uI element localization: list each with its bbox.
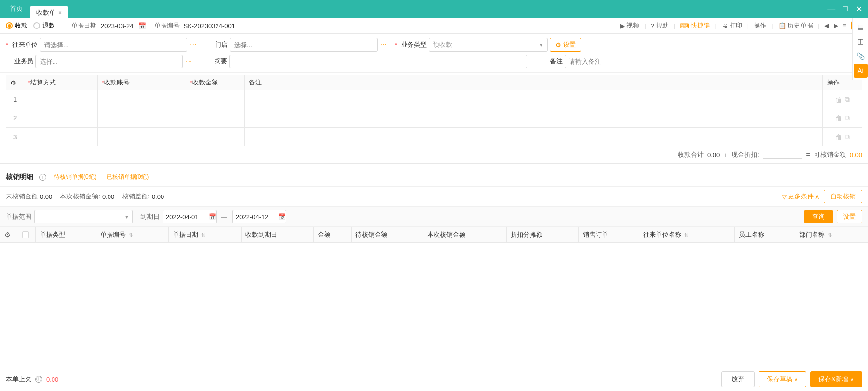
shop-input[interactable]	[230, 38, 378, 52]
summary-group: 摘要	[200, 55, 527, 68]
minimize-button[interactable]: —	[825, 4, 837, 13]
amount-input-1[interactable]	[186, 90, 244, 109]
delete-icon-2[interactable]: 🗑	[835, 114, 842, 122]
tab-active[interactable]: 收款单 ×	[30, 6, 68, 20]
copy-icon-1[interactable]: ⧉	[845, 95, 850, 104]
account-input-3[interactable]	[98, 128, 186, 146]
account-input-2[interactable]	[98, 109, 186, 127]
row-remark-3[interactable]	[245, 128, 823, 146]
bth-dept: 部门名称 ⇅	[795, 227, 868, 243]
delete-icon-3[interactable]: 🗑	[835, 133, 842, 141]
select-all-checkbox[interactable]	[22, 231, 29, 238]
summary-row: 收款合计 0.00 + 现金折扣: = 可核销金额 0.00	[0, 146, 868, 164]
th-gear[interactable]: ⚙	[6, 75, 24, 90]
video-btn[interactable]: ▶ 视频	[620, 21, 639, 30]
history-btn[interactable]: 📋 历史单据	[778, 21, 813, 30]
row-settlement-3[interactable]	[24, 128, 98, 146]
biz-type-select[interactable]: 预收款 ▼	[429, 38, 548, 52]
row-num-3: 3	[6, 128, 24, 146]
settings-button[interactable]: ⚙ 设置	[550, 38, 581, 52]
row-settlement-2[interactable]	[24, 109, 98, 128]
row-account-3[interactable]	[98, 128, 186, 146]
filter-actions: 查询 设置	[804, 210, 862, 223]
amount-input-2[interactable]	[186, 109, 244, 127]
discount-input[interactable]	[763, 151, 802, 159]
current-stat: 本次核销金额: 0.00	[60, 192, 114, 201]
nav-left-btn[interactable]: ◀	[824, 22, 829, 29]
more-filter-btn[interactable]: ▽ 更多条件 ∧	[782, 192, 820, 201]
sales-rep-input[interactable]	[35, 55, 183, 68]
query-button[interactable]: 查询	[804, 210, 833, 223]
operation-btn[interactable]: 操作	[754, 21, 766, 30]
nav-right-btn[interactable]: ▶	[834, 22, 838, 29]
date-from-icon[interactable]: 📅	[209, 213, 216, 220]
row-ops-3: 🗑 ⧉	[823, 128, 862, 146]
row-settlement-1[interactable]	[24, 90, 98, 109]
limit-info-icon[interactable]: ⓘ	[35, 376, 42, 383]
radio-receive[interactable]: 收款	[6, 21, 27, 30]
bth-date: 单据日期 ⇅	[169, 227, 242, 243]
bottom-th-gear[interactable]: ⚙	[4, 231, 11, 239]
verify-section: 核销明细 i 待核销单据(0笔) 已核销单据(0笔) 未核销金额 0.00 本次…	[0, 168, 868, 367]
window-controls: — □ ✕	[825, 4, 864, 14]
close-button[interactable]: ✕	[854, 4, 864, 14]
maximize-button[interactable]: □	[841, 4, 850, 13]
sales-rep-group: 业务员 ···	[6, 55, 192, 68]
auto-verify-btn[interactable]: 自动核销	[824, 190, 862, 203]
bth-pending: 待核销金额	[351, 227, 423, 243]
sidebar-link-icon[interactable]: Ai	[854, 64, 868, 78]
settlement-input-3[interactable]	[24, 128, 97, 146]
sidebar-layout-icon[interactable]: ◫	[854, 34, 868, 48]
sales-rep-ellipsis[interactable]: ···	[186, 57, 192, 65]
radio-refund[interactable]: 退款	[33, 21, 55, 30]
account-input-1[interactable]	[98, 90, 186, 109]
row-amount-1[interactable]	[186, 90, 245, 109]
bth-order: 销售订单	[578, 227, 639, 243]
remark-input-2[interactable]	[245, 109, 822, 127]
tab-home[interactable]: 首页	[4, 0, 28, 18]
row-remark-2[interactable]	[245, 109, 823, 128]
row-remark-1[interactable]	[245, 90, 823, 109]
row-amount-2[interactable]	[186, 109, 245, 128]
draft-chevron: ∧	[794, 377, 798, 382]
print-btn[interactable]: 🖨 打印	[722, 21, 742, 30]
verify-info-icon[interactable]: i	[39, 174, 46, 181]
delete-icon-1[interactable]: 🗑	[835, 96, 842, 104]
summary-input[interactable]	[229, 55, 527, 68]
copy-icon-2[interactable]: ⧉	[845, 114, 850, 122]
settlement-input-2[interactable]	[24, 109, 97, 127]
shop-ellipsis[interactable]: ···	[380, 41, 387, 49]
doc-number: 单据编号 SK-20230324-001	[154, 21, 236, 30]
remark-input-1[interactable]	[245, 90, 822, 109]
remark-input[interactable]	[565, 55, 862, 68]
bth-discount: 折扣分摊额	[507, 227, 579, 243]
pending-tab[interactable]: 待核销单据(0笔)	[52, 172, 99, 182]
date-to-icon[interactable]: 📅	[278, 213, 286, 220]
sidebar-table-icon[interactable]: ▤	[854, 20, 868, 33]
menu-icon[interactable]: ≡	[843, 22, 846, 29]
abandon-button[interactable]: 放弃	[721, 371, 755, 387]
save-new-button[interactable]: 保存&新增 ∧	[810, 371, 862, 387]
save-draft-button[interactable]: 保存草稿 ∧	[759, 371, 806, 387]
table-row: 1 🗑 ⧉	[6, 90, 862, 109]
amount-input-3[interactable]	[186, 128, 244, 146]
tab-close-icon[interactable]: ×	[58, 9, 62, 16]
help-btn[interactable]: ? 帮助	[651, 21, 669, 30]
settlement-input-1[interactable]	[24, 90, 97, 109]
sidebar-clip-icon[interactable]: 📎	[854, 49, 868, 63]
date-range-select[interactable]: ▼	[34, 210, 133, 223]
filter-settings-btn[interactable]: 设置	[837, 210, 862, 223]
bth-current: 本次核销金额	[423, 227, 507, 243]
filter-icon: ▽	[782, 193, 787, 200]
partner-ellipsis[interactable]: ···	[190, 41, 196, 49]
row-account-1[interactable]	[98, 90, 186, 109]
partner-input[interactable]	[40, 38, 187, 52]
copy-icon-3[interactable]: ⧉	[845, 133, 850, 141]
remark-input-3[interactable]	[245, 128, 822, 146]
calendar-icon[interactable]: 📅	[138, 22, 146, 29]
footer-actions: 放弃 保存草稿 ∧ 保存&新增 ∧	[721, 371, 862, 387]
row-account-2[interactable]	[98, 109, 186, 128]
done-tab[interactable]: 已核销单据(0笔)	[105, 172, 151, 182]
row-amount-3[interactable]	[186, 128, 245, 146]
shortcut-btn[interactable]: ⌨ 快捷键	[680, 21, 710, 30]
